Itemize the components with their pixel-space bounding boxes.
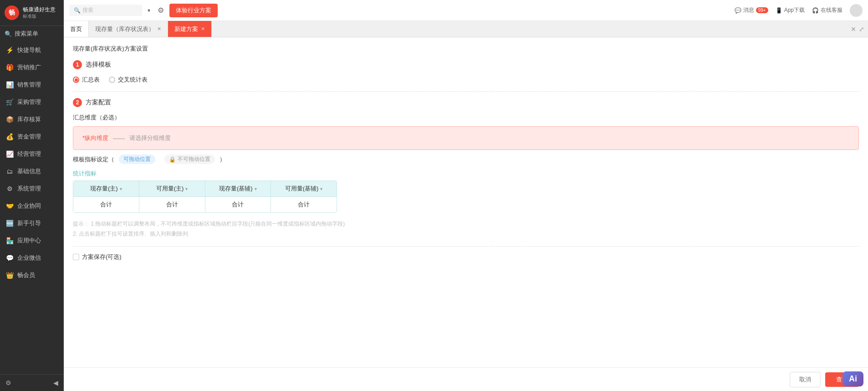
sidebar-item-finance[interactable]: 💰 资金管理	[0, 128, 64, 145]
sidebar-item-member[interactable]: 👑 畅会员	[0, 267, 64, 284]
sidebar-item-app-center[interactable]: 🏪 应用中心	[0, 232, 64, 249]
sidebar-item-label: 新手引导	[17, 219, 41, 227]
sidebar-item-label: 应用中心	[17, 237, 41, 245]
app-download-icon: 📱	[776, 7, 782, 14]
tab-new-plan-close[interactable]: ✕	[201, 26, 205, 32]
topbar-search[interactable]: 🔍 搜索	[69, 5, 142, 16]
radio-summary-circle	[73, 77, 79, 83]
section2-title: 方案配置	[86, 98, 111, 107]
indicator-label: 模板指标设定（	[73, 155, 114, 164]
app-download-btn[interactable]: 📱 App下载	[776, 6, 805, 14]
save-option-label: 方案保存(可选)	[82, 253, 122, 261]
footer-bar: 取消 查询	[64, 367, 868, 391]
ai-badge[interactable]: Ai	[842, 371, 863, 386]
col-body-2: 合计	[205, 196, 271, 212]
radio-cross-circle	[109, 77, 115, 83]
sidebar-item-purchase[interactable]: 🛒 采购管理	[0, 93, 64, 111]
sidebar-item-marketing[interactable]: 🎁 营销推广	[0, 59, 64, 76]
lock-icon: 🔒	[169, 156, 176, 163]
topbar-dropdown-icon[interactable]: ▾	[146, 5, 152, 15]
tip-1: 2. 点击标题栏下拉可设置排序、插入列和删除列	[73, 229, 859, 239]
stats-label: 统计指标	[73, 170, 859, 178]
stats-table-body: 合计 合计 合计 合计	[73, 196, 337, 212]
sidebar-item-sales[interactable]: 📊 销售管理	[0, 76, 64, 93]
sidebar-item-label: 营销推广	[17, 63, 41, 72]
sidebar-item-business[interactable]: 📈 经营管理	[0, 145, 64, 163]
col-body-0: 合计	[73, 196, 139, 212]
sidebar-item-label: 采购管理	[17, 98, 41, 106]
col-3-arrow: ▾	[320, 186, 322, 191]
collapse-icon[interactable]: ◀	[53, 379, 58, 386]
sidebar-item-label: 库存核算	[17, 115, 41, 123]
col-header-3[interactable]: 可用量(基辅) ▾	[271, 181, 337, 196]
tips-title-label: 提示：	[73, 221, 89, 227]
wechat-icon: 💬	[5, 254, 14, 262]
sidebar-item-quick-nav[interactable]: ⚡ 快捷导航	[0, 41, 64, 59]
sidebar-logo: 畅 畅康通好生意 标准版	[0, 0, 64, 26]
non-draggable-badge: 🔒 不可拖动位置	[164, 154, 215, 164]
quick-nav-icon: ⚡	[5, 46, 14, 54]
col-header-2[interactable]: 现存量(基辅) ▾	[205, 181, 271, 196]
draggable-badge: 可拖动位置	[119, 154, 155, 164]
col-0-arrow: ▾	[120, 186, 122, 191]
radio-cross-label: 交叉统计表	[118, 76, 148, 84]
radio-cross[interactable]: 交叉统计表	[109, 76, 148, 84]
sidebar-item-inventory[interactable]: 📦 库存核算	[0, 111, 64, 128]
cooperation-icon: 🤝	[5, 202, 14, 210]
indicator-suffix: ）	[220, 155, 225, 164]
col-header-1-label: 可用量(主)	[156, 185, 184, 193]
sidebar-item-label: 资金管理	[17, 133, 41, 141]
tips-title: 提示： 1.拖动标题栏可以调整布局，不可跨维度或指标区域拖动栏目字段(只能在同一…	[73, 219, 859, 229]
sidebar-search[interactable]: 🔍 搜索菜单	[0, 26, 64, 41]
sidebar-item-cooperation[interactable]: 🤝 企业协同	[0, 197, 64, 215]
sidebar-item-new-guide[interactable]: 🆕 新手引导	[0, 215, 64, 232]
user-avatar[interactable]	[850, 4, 863, 17]
sidebar-nav: ⚡ 快捷导航 🎁 营销推广 📊 销售管理 🛒 采购管理 📦 库存核算 💰 资金管…	[0, 41, 64, 374]
tab-new-plan[interactable]: 新建方案 ✕	[168, 21, 212, 37]
inventory-icon: 📦	[5, 115, 14, 123]
radio-summary-label: 汇总表	[82, 76, 100, 84]
divider1	[73, 91, 859, 92]
col-2-arrow: ▾	[255, 186, 257, 191]
topbar-search-text: 搜索	[82, 6, 93, 14]
radio-summary[interactable]: 汇总表	[73, 76, 100, 84]
tab-close-all-icon[interactable]: ✕	[851, 26, 856, 33]
search-label: 搜索菜单	[15, 30, 38, 38]
save-option: 方案保存(可选)	[73, 253, 859, 261]
col-body-3-val: 合计	[298, 201, 310, 209]
message-btn[interactable]: 💬 消息 99+	[735, 6, 768, 14]
dim-placeholder: 请选择分组维度	[129, 134, 171, 142]
tab-expand-icon[interactable]: ⤢	[859, 26, 864, 33]
settings-icon[interactable]: ⚙	[5, 379, 11, 386]
trial-btn[interactable]: 体验行业方案	[169, 4, 218, 17]
online-service-btn[interactable]: 🎧 在线客服	[812, 6, 842, 14]
sidebar-item-wechat[interactable]: 💬 企业微信	[0, 249, 64, 267]
template-options: 汇总表 交叉统计表	[73, 76, 859, 84]
tab-new-plan-label: 新建方案	[174, 25, 198, 33]
sidebar-item-system[interactable]: ⚙ 系统管理	[0, 180, 64, 197]
dim-dash: ——	[113, 135, 125, 142]
topbar-gear-icon[interactable]: ⚙	[156, 4, 166, 16]
app-download-label: App下载	[784, 6, 805, 14]
sales-icon: 📊	[5, 81, 14, 89]
col-header-1[interactable]: 可用量(主) ▾	[139, 181, 205, 196]
dim-row[interactable]: *纵向维度 —— 请选择分组维度	[73, 126, 859, 150]
dim-required-label: *纵向维度	[82, 134, 108, 142]
search-icon: 🔍	[5, 31, 12, 37]
non-draggable-label: 不可拖动位置	[178, 155, 210, 163]
col-header-0[interactable]: 现存量(主) ▾	[73, 181, 139, 196]
tips-section: 提示： 1.拖动标题栏可以调整布局，不可跨维度或指标区域拖动栏目字段(只能在同一…	[73, 219, 859, 239]
divider2	[73, 246, 859, 247]
tab-home[interactable]: 首页	[64, 21, 89, 37]
config-label: 汇总维度（必选）	[73, 113, 859, 122]
sidebar: 畅 畅康通好生意 标准版 🔍 搜索菜单 ⚡ 快捷导航 🎁 营销推广 📊 销售管理…	[0, 0, 64, 391]
save-checkbox[interactable]	[73, 254, 79, 260]
sidebar-item-basic-info[interactable]: 🗂 基础信息	[0, 163, 64, 180]
cancel-button[interactable]: 取消	[790, 372, 821, 387]
message-badge: 99+	[756, 7, 768, 13]
tab-inventory[interactable]: 现存量（库存状况表） ✕	[89, 21, 168, 37]
tab-inventory-close[interactable]: ✕	[157, 26, 161, 32]
col-header-2-label: 现存量(基辅)	[219, 185, 253, 193]
topbar-right: 💬 消息 99+ 📱 App下载 🎧 在线客服	[735, 4, 863, 17]
headset-icon: 🎧	[812, 7, 819, 14]
